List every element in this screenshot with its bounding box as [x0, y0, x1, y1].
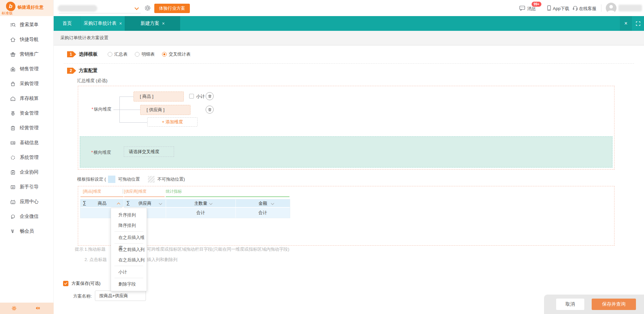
- message-icon[interactable]: [519, 5, 525, 11]
- chevron-down-icon[interactable]: [135, 6, 139, 10]
- template-radio-summary[interactable]: 汇总表: [108, 51, 127, 57]
- username-redacted: [619, 5, 642, 11]
- tab-purchase-order-report[interactable]: 采购订单统计表 ×: [80, 16, 125, 31]
- sidebar-item-purchase[interactable]: 采购管理: [0, 76, 53, 91]
- sidebar-item-newbie-guide[interactable]: 新 新手引导: [0, 180, 53, 194]
- draggable-swatch: [108, 176, 115, 183]
- sidebar-item-base-info[interactable]: 基础信息: [0, 135, 53, 150]
- pivot-col-amount-header[interactable]: 金额: [235, 199, 290, 207]
- guide-icon: 新: [10, 184, 16, 190]
- pivot-col-label: 金额: [259, 200, 267, 206]
- tabbar: 首页 采购订单统计表 × 新建方案 ×: [54, 16, 644, 31]
- add-dimension-button[interactable]: + 添加维度: [147, 117, 198, 127]
- caret-down-icon[interactable]: [209, 202, 213, 205]
- menu-divider: [114, 231, 143, 232]
- delete-dimension-button[interactable]: [206, 92, 214, 100]
- step1-badge: 1: [67, 51, 76, 57]
- check-icon: [64, 282, 67, 285]
- dimension-chip-supplier[interactable]: [ 供应商 ]: [140, 105, 191, 115]
- cancel-button[interactable]: 取消: [556, 299, 584, 310]
- brand-logo-icon: b: [6, 2, 15, 11]
- template-radio-detail[interactable]: 明细表: [135, 51, 155, 57]
- sidebar-item-label: 资金管理: [20, 110, 39, 116]
- phone-icon[interactable]: [546, 5, 552, 11]
- caret-down-icon[interactable]: [159, 202, 162, 205]
- menu-item-insert-column-after[interactable]: 在之后插入列: [111, 255, 147, 265]
- menu-search-icon: [10, 22, 16, 28]
- gift-icon: [10, 52, 16, 57]
- industry-solution-button[interactable]: 体验行业方案: [154, 4, 190, 13]
- sidebar: b 畅捷通好生意 标准版 搜索菜单 快捷导航 营销推广 销售管理: [0, 0, 54, 314]
- step2-row: 2 方案配置: [67, 66, 98, 76]
- legend-draggable-label: 可拖动位置: [118, 176, 140, 182]
- app-download-label[interactable]: App下载: [553, 6, 569, 12]
- sidebar-item-label: 系统管理: [20, 154, 39, 161]
- tab-label: 采购订单统计表: [84, 20, 116, 26]
- sidebar-item-wechat-work[interactable]: 企业微信: [0, 209, 53, 224]
- plan-name-input[interactable]: 按商品+供应商: [95, 291, 146, 301]
- tree-connector: [119, 122, 147, 123]
- pivot-col-product-header[interactable]: ∑ 商品: [80, 199, 124, 207]
- page-title-bar: 采购订单统计表方案设置: [54, 31, 644, 45]
- template-radio-cross[interactable]: 交叉统计表: [162, 51, 191, 57]
- caret-down-icon[interactable]: [271, 202, 274, 205]
- menu-item-insert-column-before[interactable]: 在之前插入列: [111, 244, 147, 255]
- pivot-header-row: ∑ 商品 ∑ 供应商 主数量 金额: [80, 199, 290, 207]
- save-and-query-button[interactable]: 保存并查询: [592, 299, 636, 310]
- sidebar-item-operations[interactable]: 经营管理: [0, 121, 53, 135]
- menu-item-subtotal[interactable]: 小计: [111, 267, 147, 277]
- sidebar-item-inventory[interactable]: 库存核算: [0, 91, 53, 106]
- menu-item-insert-dimension-after[interactable]: 在之后插入维度: [111, 232, 147, 243]
- collapse-sidebar-icon[interactable]: [35, 306, 40, 311]
- sidebar-item-sales[interactable]: 销售管理: [0, 62, 53, 76]
- delete-dimension-button[interactable]: [206, 106, 214, 114]
- group-underline-orange: [80, 196, 123, 197]
- settings-gear-icon[interactable]: [11, 306, 17, 311]
- company-name-redacted: [58, 5, 97, 12]
- legend-fixed-label: 不可拖动位置): [157, 176, 185, 182]
- tree-connector: [113, 110, 119, 110]
- svg-text:新: 新: [12, 186, 14, 188]
- pivot-col-supplier-header[interactable]: ∑ 供应商: [124, 199, 166, 207]
- trash-icon: [208, 94, 212, 99]
- menu-divider: [114, 278, 143, 278]
- fullscreen-icon[interactable]: [632, 16, 644, 31]
- save-plan-checkbox[interactable]: [63, 281, 68, 286]
- close-tab-icon[interactable]: ×: [119, 21, 122, 26]
- menu-item-sort-descending[interactable]: 降序排列: [111, 220, 147, 231]
- close-tab-icon[interactable]: ×: [162, 21, 165, 26]
- sidebar-item-label: 营销推广: [20, 51, 39, 57]
- close-icon[interactable]: ×: [620, 16, 632, 31]
- settings-gear-icon[interactable]: [144, 5, 151, 11]
- hint-line2-left: 2. 点击标题: [85, 257, 107, 263]
- search-underline: [59, 13, 141, 13]
- online-service-label[interactable]: 在线客服: [579, 6, 596, 12]
- hint-line1-left: 1.拖动标题: [85, 246, 106, 252]
- sidebar-item-quick-nav[interactable]: 快捷导航: [0, 32, 53, 47]
- menu-item-delete-field[interactable]: 删除字段: [111, 279, 147, 289]
- sidebar-item-member[interactable]: 畅会员: [0, 224, 53, 239]
- menu-item-sort-ascending[interactable]: 升序排列: [111, 210, 147, 220]
- sidebar-item-collaboration[interactable]: 企业协同: [0, 165, 53, 180]
- cross-dimension-input[interactable]: 请选择交叉维度: [124, 146, 174, 157]
- subtotal-checkbox[interactable]: [189, 94, 194, 99]
- dimension-chip-product[interactable]: [ 商品 ]: [133, 91, 184, 102]
- caret-up-icon[interactable]: [117, 203, 120, 206]
- sidebar-item-marketing[interactable]: 营销推广: [0, 47, 53, 62]
- sidebar-item-system[interactable]: 系统管理: [0, 150, 53, 165]
- sidebar-item-app-center[interactable]: 应用中心: [0, 194, 53, 209]
- sidebar-item-funds[interactable]: 资金管理: [0, 106, 53, 121]
- avatar[interactable]: [606, 3, 616, 13]
- tab-home[interactable]: 首页: [54, 16, 80, 31]
- tabbar-controls: ×: [620, 16, 644, 31]
- tab-new-plan[interactable]: 新建方案 ×: [125, 16, 180, 31]
- trash-icon: [208, 108, 212, 112]
- sidebar-item-search-menu[interactable]: 搜索菜单: [0, 17, 53, 32]
- page-title: 采购订单统计表方案设置: [60, 35, 108, 40]
- radio-icon-selected: [162, 52, 167, 57]
- headset-icon[interactable]: [572, 5, 578, 11]
- group-underline-orange: [124, 196, 165, 197]
- brand-name: 畅捷通好生意: [17, 4, 44, 10]
- sidebar-menu: 搜索菜单 快捷导航 营销推广 销售管理 采购管理 库存核算: [0, 16, 53, 239]
- pivot-col-quantity-header[interactable]: 主数量: [166, 199, 235, 207]
